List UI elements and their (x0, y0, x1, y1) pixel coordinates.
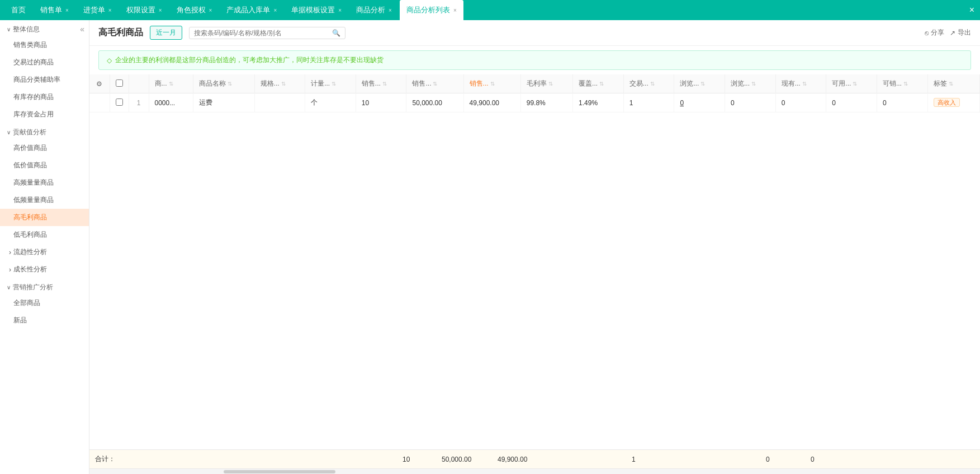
close-tab-products[interactable]: × (273, 7, 277, 13)
row-num: 1 (129, 93, 149, 112)
sidebar-group-trend[interactable]: › 流趋性分析 (0, 243, 89, 261)
sidebar-item-high-margin[interactable]: 高毛利商品 (0, 209, 89, 226)
nav-tab-analysis[interactable]: 商品分析 × (349, 0, 399, 20)
col-checkbox[interactable] (110, 74, 129, 93)
col-sales-profit[interactable]: 销售... ⇅ (463, 74, 520, 93)
sort-icon-sellable: ⇅ (903, 81, 908, 87)
search-icon[interactable]: 🔍 (332, 29, 340, 37)
sidebar-item-stocked-goods[interactable]: 有库存的商品 (0, 88, 89, 106)
chevron-right-icon: › (9, 248, 11, 256)
tag-badge-income: 高收入 (934, 98, 960, 107)
nav-tab-permissions[interactable]: 权限设置 × (120, 0, 169, 20)
sort-icon-code: ⇅ (169, 81, 173, 87)
main-container: « ∨ 整体信息 销售类商品 交易过的商品 商品分类辅助率 有库存的商品 库存资… (0, 20, 980, 474)
nav-tab-template[interactable]: 单据模板设置 × (285, 0, 348, 20)
row-select-checkbox[interactable] (116, 98, 123, 106)
close-tab-permissions[interactable]: × (159, 7, 162, 13)
close-tab-roles[interactable]: × (209, 7, 212, 13)
nav-tab-roles[interactable]: 角色授权 × (170, 0, 219, 20)
sort-icon-spec: ⇅ (281, 81, 286, 87)
sidebar-item-sales-goods[interactable]: 销售类商品 (0, 36, 89, 54)
sidebar-item-analysis-assist[interactable]: 商品分类辅助率 (0, 71, 89, 88)
sidebar-item-new-goods[interactable]: 新品 (0, 312, 89, 329)
scrollbar-thumb[interactable] (224, 470, 335, 473)
close-tab-purchase[interactable]: × (108, 7, 112, 13)
footer-totals: 合计： 10 50,000.00 49,900.00 1 0 0 (89, 449, 980, 468)
close-tab-template[interactable]: × (338, 7, 342, 13)
sidebar-group-wealth[interactable]: ∨ 贡献值分析 (0, 123, 89, 139)
sidebar-item-traded-goods[interactable]: 交易过的商品 (0, 54, 89, 71)
col-sellable[interactable]: 可销... ⇅ (877, 74, 927, 93)
col-sales-amt[interactable]: 销售... ⇅ (406, 74, 463, 93)
sidebar-group-overall[interactable]: ∨ 整体信息 (0, 20, 89, 36)
sidebar-group-growth[interactable]: › 成长性分析 (0, 261, 89, 278)
bottom-scrollbar[interactable] (89, 468, 980, 474)
data-table: ⚙ 商... ⇅ (89, 74, 980, 112)
sidebar-item-stock-occupy[interactable]: 库存资金占用 (0, 106, 89, 123)
row-sellable: 0 (877, 93, 927, 112)
col-trade[interactable]: 交易... ⇅ (623, 74, 674, 93)
select-all-checkbox[interactable] (116, 79, 123, 87)
table-header-row: ⚙ 商... ⇅ (89, 74, 980, 93)
col-spec[interactable]: 规格... ⇅ (254, 74, 305, 93)
row-browse1[interactable]: 0 (674, 93, 725, 112)
settings-icon[interactable]: ⚙ (96, 80, 102, 88)
nav-tab-purchase[interactable]: 进货单 × (77, 0, 119, 20)
table-wrapper: ⚙ 商... ⇅ (89, 74, 980, 449)
row-sales-amt: 50,000.00 (406, 93, 463, 112)
close-all-tabs[interactable]: × (969, 5, 974, 15)
sort-icon-sales-profit: ⇅ (490, 81, 495, 87)
col-margin-rate[interactable]: 毛利率 ⇅ (520, 74, 572, 93)
sidebar-group-marketing[interactable]: ∨ 营销推广分析 (0, 278, 89, 294)
col-current[interactable]: 现有... ⇅ (775, 74, 826, 93)
row-spec (254, 93, 305, 112)
close-tab-analysis-list[interactable]: × (453, 7, 457, 13)
sidebar-item-all-goods[interactable]: 全部商品 (0, 294, 89, 312)
nav-tab-analysis-list[interactable]: 商品分析列表 × (400, 0, 463, 20)
nav-tab-home[interactable]: 首页 (4, 0, 32, 20)
col-coverage[interactable]: 覆盖... ⇅ (573, 74, 624, 93)
sort-icon-browse2: ⇅ (751, 81, 756, 87)
nav-tab-products[interactable]: 产成品入库单 × (220, 0, 283, 20)
footer-sales-amt: 50,000.00 (436, 456, 492, 463)
sidebar-item-high-value[interactable]: 高价值商品 (0, 139, 89, 157)
close-tab-analysis[interactable]: × (389, 7, 392, 13)
row-checkbox[interactable] (110, 93, 129, 112)
close-tab-sales[interactable]: × (65, 7, 69, 13)
sort-icon-margin-rate: ⇅ (548, 81, 553, 87)
sort-icon-sales-amt: ⇅ (433, 81, 437, 87)
sort-icon-available: ⇅ (853, 81, 857, 87)
filter-btn[interactable]: 近一月 (150, 26, 182, 40)
export-btn[interactable]: ↗ 导出 (950, 28, 971, 37)
col-sales-qty[interactable]: 销售... ⇅ (356, 74, 406, 93)
sort-icon-tag: ⇅ (949, 81, 953, 87)
row-current: 0 (775, 93, 826, 112)
table-row: 1 0000... 运费 个 10 50,000.00 49,900.00 99… (89, 93, 980, 112)
page-title: 高毛利商品 (98, 27, 143, 39)
sidebar-item-low-margin[interactable]: 低毛利商品 (0, 226, 89, 243)
row-settings (89, 93, 110, 112)
col-name[interactable]: 商品名称 ⇅ (193, 74, 254, 93)
export-icon: ↗ (950, 29, 955, 37)
sort-icon-trade: ⇅ (650, 81, 655, 87)
row-browse2: 0 (725, 93, 776, 112)
sidebar-collapse-btn[interactable]: « (80, 25, 84, 34)
info-banner: ◇ 企业的主要的利润都是这部分商品创造的，可考虑加大推广，同时关注库存是不要出现… (98, 50, 971, 70)
sort-icon-name: ⇅ (228, 81, 232, 87)
col-unit[interactable]: 计量... ⇅ (305, 74, 356, 93)
col-code[interactable]: 商... ⇅ (149, 74, 193, 93)
sidebar-item-low-freq[interactable]: 低频量量商品 (0, 191, 89, 209)
col-available[interactable]: 可用... ⇅ (826, 74, 877, 93)
sort-icon-unit: ⇅ (332, 81, 336, 87)
row-sales-profit: 49,900.00 (463, 93, 520, 112)
col-tag[interactable]: 标签 ⇅ (927, 74, 979, 93)
col-browse2[interactable]: 浏览... ⇅ (725, 74, 776, 93)
nav-tab-sales[interactable]: 销售单 × (34, 0, 75, 20)
col-settings[interactable]: ⚙ (89, 74, 110, 93)
col-browse1[interactable]: 浏览... ⇅ (674, 74, 725, 93)
row-tag: 高收入 (927, 93, 979, 112)
sidebar-item-high-freq[interactable]: 高频量量商品 (0, 174, 89, 191)
share-btn[interactable]: ⎋ 分享 (925, 28, 944, 37)
sidebar-item-low-value[interactable]: 低价值商品 (0, 157, 89, 174)
search-input[interactable] (194, 29, 329, 37)
